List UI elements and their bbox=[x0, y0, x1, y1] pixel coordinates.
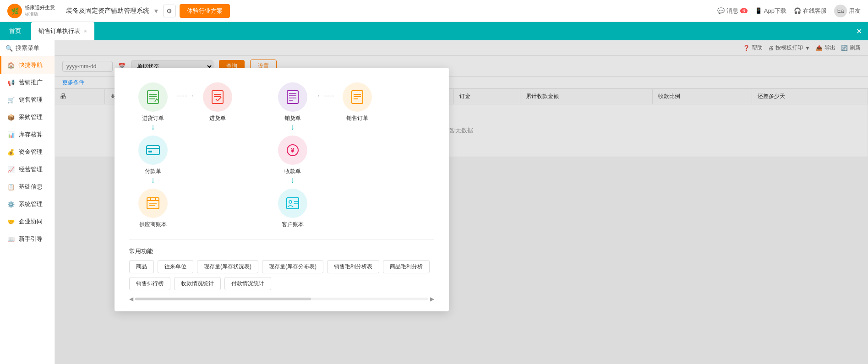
sales-order-icon bbox=[343, 82, 372, 112]
scrollbar-thumb bbox=[135, 298, 311, 300]
func-btn-stock-status[interactable]: 现存量(库存状况表) bbox=[197, 260, 258, 273]
logo-text: 畅康通好生意 bbox=[25, 4, 55, 11]
sales-order-label: 销售订单 bbox=[346, 114, 368, 122]
func-btn-sales-margin[interactable]: 销售毛利分析表 bbox=[327, 260, 379, 273]
basics-icon: 📋 bbox=[7, 183, 15, 191]
func-btn-partner[interactable]: 往来单位 bbox=[158, 260, 193, 273]
gear-button[interactable]: ⚙ bbox=[163, 5, 176, 17]
sidebar-label-purchase: 采购管理 bbox=[19, 113, 43, 121]
sales-bill-icon bbox=[278, 82, 307, 112]
flow-modal: 进货订单 ↓ 付款单 ↓ bbox=[115, 68, 449, 311]
chevron-down-icon[interactable]: ▼ bbox=[153, 7, 159, 15]
message-label: 消息 bbox=[726, 7, 738, 15]
arrow-right-1: - - - - → bbox=[177, 92, 194, 100]
flow-col-mid-left: 进货单 bbox=[194, 79, 241, 126]
svg-text:¥: ¥ bbox=[291, 147, 295, 154]
scrollbar-track[interactable] bbox=[135, 298, 428, 300]
common-title: 常用功能 bbox=[129, 247, 434, 255]
flow-node-supplier[interactable]: 供应商账本 bbox=[138, 189, 168, 228]
app-download-label: App下载 bbox=[764, 7, 786, 15]
experience-btn[interactable]: 体验行业方案 bbox=[180, 4, 230, 18]
sidebar: 🔍 搜索菜单 🏠 快捷导航 📢 营销推广 🛒 销售管理 📦 采购管理 📊 库存核… bbox=[0, 40, 55, 364]
arrow-down-2: ↓ bbox=[151, 175, 155, 185]
modal-scrollbar: ◀ ▶ bbox=[129, 296, 434, 302]
scroll-right-btn[interactable]: ▶ bbox=[430, 296, 434, 302]
flow-node-receipt[interactable]: ¥ 收款单 bbox=[278, 136, 307, 175]
system-title-text: 装备及固定资产辅助管理系统 bbox=[66, 7, 149, 15]
modal-overlay[interactable]: 进货订单 ↓ 付款单 ↓ bbox=[55, 40, 868, 364]
system-icon: ⚙️ bbox=[7, 200, 15, 208]
func-btn-product-margin[interactable]: 商品毛利分析 bbox=[383, 260, 430, 273]
sidebar-label-marketing: 营销推广 bbox=[19, 78, 43, 87]
flow-node-sales-order[interactable]: 销售订单 bbox=[343, 82, 372, 122]
sidebar-item-operations[interactable]: 📈 经营管理 bbox=[0, 161, 55, 178]
func-btn-product[interactable]: 商品 bbox=[129, 260, 154, 273]
svg-rect-23 bbox=[287, 198, 299, 209]
sidebar-label-system: 系统管理 bbox=[19, 200, 43, 208]
sidebar-item-quick-nav[interactable]: 🏠 快捷导航 bbox=[0, 56, 55, 74]
search-menu-btn[interactable]: 🔍 搜索菜单 bbox=[0, 40, 55, 56]
sales-bill-label: 销货单 bbox=[284, 114, 301, 122]
sidebar-label-finance: 资金管理 bbox=[19, 148, 43, 156]
tab-label: 销售订单执行表 bbox=[38, 27, 80, 35]
sidebar-item-sales[interactable]: 🛒 销售管理 bbox=[0, 91, 55, 109]
sidebar-label-sales: 销售管理 bbox=[19, 96, 43, 104]
operations-icon: 📈 bbox=[7, 165, 15, 174]
flow-node-purchase-order[interactable]: 进货订单 bbox=[138, 82, 168, 122]
content-area: ❓ 帮助 🖨 按模板打印 ▼ 📤 导出 🔄 刷新 📅 单据状态 bbox=[55, 40, 868, 364]
sidebar-item-basics[interactable]: 📋 基础信息 bbox=[0, 178, 55, 196]
arrow-down-4: ↓ bbox=[291, 175, 295, 185]
sidebar-label-enterprise: 企业协同 bbox=[19, 217, 43, 226]
tab-home[interactable]: 首页 bbox=[0, 22, 30, 40]
scroll-left-btn[interactable]: ◀ bbox=[129, 296, 133, 302]
arrow-down-3: ↓ bbox=[291, 122, 295, 132]
sidebar-label-inventory: 库存核算 bbox=[19, 130, 43, 139]
online-service-btn[interactable]: 🎧 在线客服 bbox=[794, 7, 827, 15]
function-btns-row2: 销售排行榜 收款情况统计 付款情况统计 bbox=[129, 277, 434, 290]
sidebar-item-enterprise[interactable]: 🤝 企业协同 bbox=[0, 213, 55, 230]
purchase-bill-icon bbox=[203, 82, 232, 112]
app-download-btn[interactable]: 📱 App下载 bbox=[755, 7, 786, 15]
sidebar-label-guide: 新手引导 bbox=[19, 235, 43, 243]
sidebar-item-purchase[interactable]: 📦 采购管理 bbox=[0, 109, 55, 126]
svg-rect-4 bbox=[147, 146, 159, 155]
receipt-label: 收款单 bbox=[284, 168, 301, 175]
customer-icon bbox=[278, 189, 307, 218]
flow-node-purchase-bill[interactable]: 进货单 bbox=[203, 82, 232, 122]
message-btn[interactable]: 💬 消息 6 bbox=[717, 7, 748, 15]
tab-sales-order[interactable]: 销售订单执行表 × bbox=[31, 22, 94, 40]
sidebar-item-system[interactable]: ⚙️ 系统管理 bbox=[0, 196, 55, 213]
supplier-label: 供应商账本 bbox=[139, 221, 167, 228]
tab-close-btn[interactable]: × bbox=[84, 28, 87, 34]
sidebar-item-inventory[interactable]: 📊 库存核算 bbox=[0, 126, 55, 143]
func-btn-payment-stat[interactable]: 付款情况统计 bbox=[224, 277, 271, 290]
search-menu-label: 搜索菜单 bbox=[16, 44, 39, 52]
sidebar-label-basics: 基础信息 bbox=[19, 183, 43, 191]
flow-node-payment[interactable]: 付款单 bbox=[138, 136, 168, 175]
customer-label: 客户账本 bbox=[282, 221, 304, 228]
flow-diagram: 进货订单 ↓ 付款单 ↓ bbox=[129, 79, 434, 232]
purchase-bill-label: 进货单 bbox=[209, 114, 226, 122]
tab-bar: 首页 销售订单执行表 × ✕ bbox=[0, 22, 868, 40]
func-btn-stock-dist[interactable]: 现存量(库存分布表) bbox=[262, 260, 323, 273]
window-close-btn[interactable]: ✕ bbox=[853, 26, 864, 37]
flow-node-sales-bill[interactable]: 销货单 bbox=[278, 82, 307, 122]
sidebar-label-quick-nav: 快捷导航 bbox=[19, 61, 43, 69]
user-name: 用友 bbox=[849, 7, 861, 15]
logo-area: 🌿 畅康通好生意 标准版 bbox=[7, 4, 62, 18]
sidebar-item-guide[interactable]: 📖 新手引导 bbox=[0, 230, 55, 248]
avatar: Ea bbox=[834, 5, 847, 17]
arrow-left-2: ← - - - - bbox=[317, 92, 333, 100]
flow-col-mid-right: 销货单 ↓ ¥ 收款单 ↓ bbox=[269, 79, 317, 232]
func-btn-receipt-stat[interactable]: 收款情况统计 bbox=[174, 277, 221, 290]
headset-icon: 🎧 bbox=[794, 7, 801, 14]
flow-node-customer[interactable]: 客户账本 bbox=[278, 189, 307, 228]
online-service-label: 在线客服 bbox=[803, 7, 827, 15]
sidebar-label-operations: 经营管理 bbox=[19, 165, 43, 174]
purchase-order-icon bbox=[138, 82, 168, 112]
sidebar-item-marketing[interactable]: 📢 营销推广 bbox=[0, 74, 55, 91]
finance-icon: 💰 bbox=[7, 148, 15, 156]
func-btn-sales-rank[interactable]: 销售排行榜 bbox=[129, 277, 170, 290]
user-area[interactable]: Ea 用友 bbox=[834, 5, 861, 17]
sidebar-item-finance[interactable]: 💰 资金管理 bbox=[0, 143, 55, 161]
